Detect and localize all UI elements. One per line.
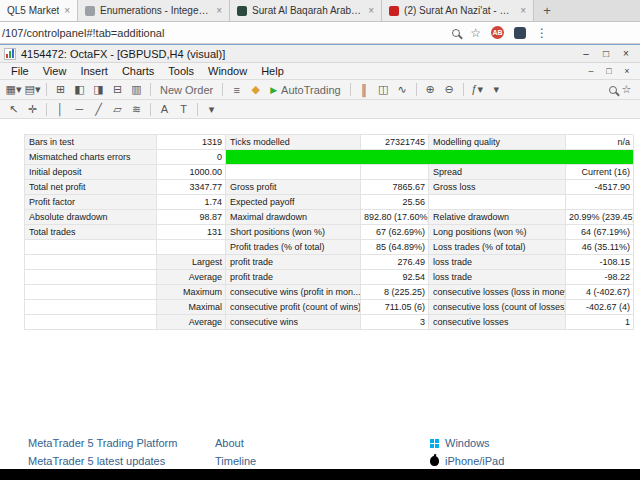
menu-tools[interactable]: Tools [161,65,201,77]
menu-charts[interactable]: Charts [115,65,161,77]
child-window-controls: – □ × [583,66,640,76]
menu-view[interactable]: View [36,65,74,77]
tab-close-icon[interactable]: × [368,5,374,16]
footer-link-latest-updates[interactable]: MetaTrader 5 latest updates [28,452,215,470]
footer-link-about[interactable]: About [215,434,430,452]
modelling-quality-bar [226,150,634,165]
maximize-button[interactable]: □ [596,48,616,59]
report-value: 3 [361,315,429,330]
report-label: profit trade [226,255,361,270]
objects-dropdown-icon[interactable]: ▾ [203,101,220,117]
footer-column-platform: MetaTrader 5 Trading Platform MetaTrader… [28,434,215,470]
menu-window[interactable]: Window [201,65,254,77]
label-icon[interactable]: T [175,101,192,117]
report-label: consecutive profit (count of wins) [226,300,361,315]
vertical-line-icon[interactable]: │ [52,101,69,117]
strategy-tester-icon[interactable]: ▥ [128,82,145,98]
report-value: Current (16) [566,165,634,180]
crosshair-icon[interactable]: ✛ [24,101,41,117]
new-chart-icon[interactable]: ▦▾ [5,82,22,98]
report-row-header: Largest [157,255,226,270]
chart-candles-icon[interactable]: ◫ [375,82,392,98]
footer-link-timeline[interactable]: Timeline [215,452,430,470]
extension-icon[interactable] [514,27,526,39]
report-value: 1000.00 [157,165,226,180]
report-value: -108.15 [566,255,634,270]
menu-bar: File View Insert Charts Tools Window Hel… [0,63,640,80]
depth-of-market-icon[interactable]: ≡ [228,82,245,98]
zoom-out-icon[interactable]: ⊖ [441,82,458,98]
adblock-extension-icon[interactable]: AB [491,26,504,39]
navigator-icon[interactable]: ◨ [90,82,107,98]
tab-close-icon[interactable]: × [520,5,526,16]
footer-link-iphone-ipad[interactable]: iPhone/iPad [430,452,640,470]
cursor-icon[interactable]: ↖ [5,101,22,117]
toolbar-separator [463,83,464,96]
tab-title: (2) Surat An Nazi'at - Muzamm [404,5,515,16]
alerts-icon[interactable]: ◆ [247,82,264,98]
tab-close-icon[interactable]: × [216,5,222,16]
data-window-icon[interactable]: ◧ [71,82,88,98]
report-label: Expected payoff [226,195,361,210]
toolbar-separator [416,83,417,96]
trendline-icon[interactable]: ╱ [90,101,107,117]
report-row: Average consecutive wins 3 consecutive l… [25,315,633,330]
footer-link-windows[interactable]: Windows [430,434,640,452]
tab-mql5-market[interactable]: QL5 Market × [0,0,78,21]
toolbar-separator [350,83,351,96]
browser-menu-icon[interactable]: ⋮ [536,26,548,40]
tab-enumerations[interactable]: Enumerations - Integer Types × [78,0,230,21]
report-value: 1319 [157,135,226,150]
child-close-button[interactable]: × [619,66,635,76]
footer-link-iphone-ipad-label: iPhone/iPad [445,452,504,470]
autotrading-play-icon: ▶ [270,85,277,95]
report-label [25,300,157,315]
search-icon[interactable] [452,29,460,37]
zoom-in-icon[interactable]: ⊕ [422,82,439,98]
report-label [25,315,157,330]
autotrading-button[interactable]: ▶ AutoTrading [265,84,345,96]
bottom-black-bar [0,469,640,480]
menu-file[interactable]: File [4,65,36,77]
tab-surat-an-naziat[interactable]: (2) Surat An Nazi'at - Muzamm × [382,0,534,21]
child-restore-button[interactable]: □ [601,66,617,76]
channel-icon[interactable]: ▱ [109,101,126,117]
footer-column-downloads: Windows iPhone/iPad [430,434,640,470]
minimize-button[interactable]: – [576,48,596,59]
menu-help[interactable]: Help [254,65,291,77]
favorites-icon[interactable]: ☆ [618,82,635,98]
report-value: 3347.77 [157,180,226,195]
text-icon[interactable]: A [156,101,173,117]
report-label: Spread [429,165,566,180]
profiles-icon[interactable]: ▤▾ [24,82,41,98]
report-row-header: Average [157,315,226,330]
new-order-button[interactable]: New Order [155,84,218,96]
close-button[interactable]: × [616,48,636,59]
fibonacci-icon[interactable]: ≋ [128,101,145,117]
toolbar-search-icon[interactable] [609,86,617,94]
indicators-icon[interactable]: ƒ▾ [469,82,486,98]
horizontal-line-icon[interactable]: ─ [71,101,88,117]
toolbox-icon[interactable]: ⊟ [109,82,126,98]
chart-bars-icon[interactable]: ║ [356,82,373,98]
new-tab-button[interactable]: + [534,0,560,21]
toolbar-separator [46,83,47,96]
toolbar-separator [150,83,151,96]
bookmark-star-icon[interactable]: ☆ [470,26,481,40]
child-minimize-button[interactable]: – [583,66,599,76]
footer-link-trading-platform[interactable]: MetaTrader 5 Trading Platform [28,434,215,452]
report-label: Bars in test [25,135,157,150]
browser-tab-bar: QL5 Market × Enumerations - Integer Type… [0,0,640,22]
tab-surat-al-baqarah[interactable]: Surat Al Baqarah Arab, Latin & × [230,0,382,21]
tab-title: QL5 Market [7,5,59,16]
chart-line-icon[interactable]: ∿ [394,82,411,98]
tab-close-icon[interactable]: × [64,5,70,16]
url-field[interactable]: /107/controlpanel#!tab=additional [0,27,164,39]
timeframes-icon[interactable]: ▾ [488,82,505,98]
report-label: Short positions (won %) [226,225,361,240]
report-label [25,285,157,300]
market-watch-icon[interactable]: ⊞ [52,82,69,98]
report-value: 711.05 (6) [361,300,429,315]
toolbar-separator [197,103,198,116]
menu-insert[interactable]: Insert [73,65,115,77]
